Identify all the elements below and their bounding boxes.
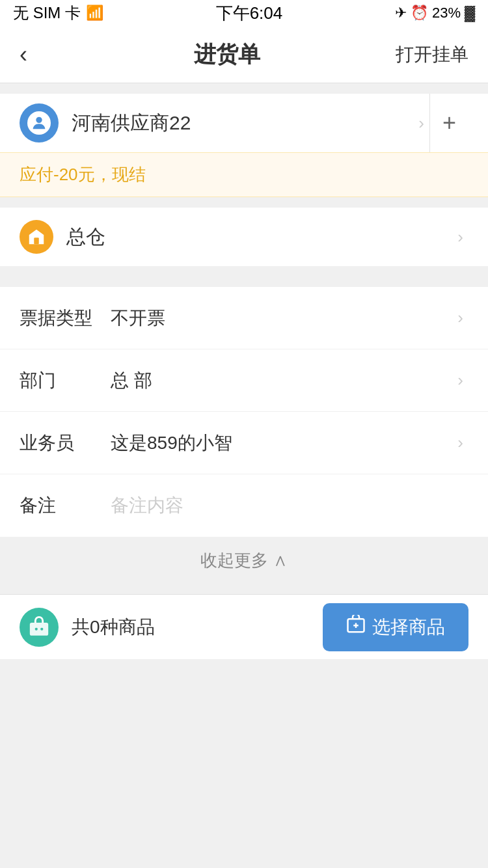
divider-1 [0,83,488,94]
svg-rect-2 [30,622,48,635]
status-left: 无 SIM 卡 📶 [13,3,103,23]
divider-2 [0,197,488,208]
supplier-chevron-icon: › [418,113,424,133]
warehouse-chevron-icon: › [457,227,463,247]
invoice-type-value: 不开票 [98,306,457,331]
salesperson-chevron-icon: › [457,433,463,453]
battery-label: 23% [432,5,461,21]
alert-row: 应付-20元，现结 [0,152,488,197]
supplier-name: 河南供应商22 [72,110,418,137]
warehouse-icon [20,220,53,254]
warehouse-section: 总仓 › [0,208,488,266]
select-product-icon [346,615,366,639]
department-chevron-icon: › [457,370,463,390]
location-icon: ✈ [395,5,407,21]
battery-icon: ▓ [465,5,475,21]
collapse-label: 收起更多 ∧ [200,549,287,572]
svg-point-3 [35,627,38,630]
page-title: 进货单 [194,40,260,70]
divider-3 [0,266,488,277]
bottom-bar: 共0种商品 选择商品 [0,594,488,659]
divider-4 [0,584,488,594]
warehouse-name: 总仓 [66,224,457,251]
back-button[interactable]: ‹ [20,41,59,68]
svg-point-0 [36,117,42,123]
department-row[interactable]: 部门 总 部 › [0,349,488,412]
remark-row[interactable]: 备注 备注内容 [0,474,488,537]
salesperson-row[interactable]: 业务员 这是859的小智 › [0,412,488,474]
supplier-section: 河南供应商22 › + 应付-20元，现结 [0,94,488,197]
supplier-avatar [20,103,59,142]
nav-bar: ‹ 进货单 打开挂单 [0,26,488,83]
salesperson-label: 业务员 [20,431,98,455]
remark-label: 备注 [20,493,98,518]
select-product-button[interactable]: 选择商品 [323,603,468,651]
wifi-icon: 📶 [86,5,103,21]
alert-text: 应付-20元，现结 [20,165,146,184]
form-section: 票据类型 不开票 › 部门 总 部 › 业务员 这是859的小智 › 备注 备注… [0,287,488,537]
status-right: ✈ ⏰ 23% ▓ [395,5,475,21]
svg-point-4 [40,627,43,630]
department-value: 总 部 [98,368,457,393]
product-icon [20,608,59,647]
alarm-icon: ⏰ [411,5,428,21]
open-pending-button[interactable]: 打开挂单 [396,42,468,67]
carrier-label: 无 SIM 卡 [13,3,81,23]
select-product-label: 选择商品 [372,615,445,640]
supplier-row[interactable]: 河南供应商22 › + [0,94,488,152]
invoice-type-label: 票据类型 [20,306,98,331]
add-supplier-button[interactable]: + [429,94,468,152]
status-bar: 无 SIM 卡 📶 下午6:04 ✈ ⏰ 23% ▓ [0,0,488,26]
warehouse-row[interactable]: 总仓 › [0,208,488,266]
remark-input[interactable]: 备注内容 [98,493,468,518]
department-label: 部门 [20,368,98,393]
page-background [0,659,488,854]
invoice-type-chevron-icon: › [457,308,463,328]
invoice-type-row[interactable]: 票据类型 不开票 › [0,287,488,349]
person-icon [27,111,51,135]
status-time: 下午6:04 [216,2,283,25]
svg-rect-1 [34,237,39,244]
salesperson-value: 这是859的小智 [98,431,457,455]
product-count: 共0种商品 [72,615,310,640]
collapse-button[interactable]: 收起更多 ∧ [0,537,488,584]
